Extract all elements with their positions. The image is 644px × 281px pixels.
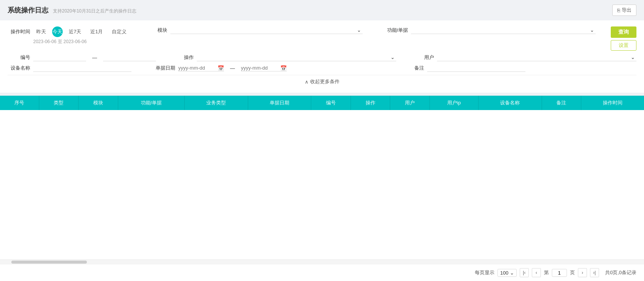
col-user-ip: 用户ip [429,96,478,110]
export-icon: ⎘ [617,8,620,13]
scrollbar-thumb[interactable] [11,261,87,264]
collapse-label: 收起更多条件 [310,78,340,85]
device-label: 设备名称 [8,65,30,71]
operation-select[interactable]: ⌄ [197,54,396,61]
user-select[interactable]: ⌄ [437,54,636,61]
last-page-button[interactable]: ›| [590,268,599,277]
col-function: 功能/单据 [118,96,184,110]
total-info: 共0页,0条记录 [605,269,636,276]
time-range: 2023-06-06 至 2023-06-06 [33,39,86,44]
page-size-chevron-icon: ⌄ [510,270,514,276]
remark-input[interactable] [427,64,525,72]
device-input[interactable] [33,64,131,72]
col-user: 用户 [390,96,429,110]
code-label: 编号 [8,54,30,61]
prev-page-button[interactable]: ‹ [532,268,541,277]
filter-area: 操作时间 昨天 今天 近7天 近1月 自定义 2023-06-06 至 2023… [0,20,644,93]
empty-area [0,110,644,254]
doc-date-end-input[interactable] [241,65,279,71]
user-label: 用户 [411,54,434,61]
function-chevron-icon: ⌄ [590,27,594,33]
col-module: 模块 [79,96,118,110]
time-label: 操作时间 [8,28,30,35]
data-table: 序号 类型 模块 功能/单据 业务类型 单据日期 编号 操作 用户 用户ip 设… [0,96,644,110]
module-chevron-icon: ⌄ [357,27,361,33]
page-title: 系统操作日志 [8,6,48,15]
calendar-end-icon[interactable]: 📅 [280,65,287,71]
pagination-bar: 每页显示 100 ⌄ |‹ ‹ 第 页 › ›| 共0页,0条记录 [0,264,644,281]
action-buttons: 查询 设置 [611,26,636,51]
operation-label: 操作 [171,54,194,61]
page-size-value: 100 [500,270,508,276]
remark-label: 备注 [402,65,424,71]
operation-chevron-icon: ⌄ [391,54,395,60]
calendar-start-icon[interactable]: 📅 [218,65,224,71]
query-button[interactable]: 查询 [611,26,636,38]
page-subtitle: 支持2020年10月31日之后产生的操作日志 [53,8,136,14]
doc-date-end-wrap: 📅 [241,65,287,71]
col-seq: 序号 [0,96,39,110]
col-biz-type: 业务类型 [185,96,248,110]
custom-btn[interactable]: 自定义 [109,28,130,36]
per-page-label: 每页显示 [475,269,494,276]
collapse-arrow-icon: ∧ [305,79,309,85]
export-button[interactable]: ⎘ 导出 [612,5,636,16]
col-code: 编号 [311,96,351,110]
1month-btn[interactable]: 近1月 [87,28,106,36]
next-page-button[interactable]: › [578,268,587,277]
doc-date-label: 单据日期 [151,65,175,71]
today-btn[interactable]: 今天 [52,26,63,37]
function-select[interactable]: ⌄ [411,26,596,34]
col-device: 设备名称 [478,96,542,110]
code-input-end[interactable] [103,54,156,61]
7days-btn[interactable]: 近7天 [66,28,84,36]
table-container: 序号 类型 模块 功能/单据 业务类型 单据日期 编号 操作 用户 用户ip 设… [0,96,644,259]
table-header-row: 序号 类型 模块 功能/单据 业务类型 单据日期 编号 操作 用户 用户ip 设… [0,96,644,110]
col-remark: 备注 [542,96,581,110]
current-page-input[interactable] [552,269,567,277]
settings-button[interactable]: 设置 [611,40,636,51]
page-size-select[interactable]: 100 ⌄ [497,269,517,277]
code-input-start[interactable] [33,54,86,61]
export-label: 导出 [622,7,632,14]
col-op-time: 操作时间 [581,96,644,110]
module-label: 模块 [145,27,167,34]
yesterday-btn[interactable]: 昨天 [33,28,49,36]
function-label: 功能/单据 [378,27,408,34]
page-prefix-label: 第 [544,269,549,276]
time-buttons: 昨天 今天 近7天 近1月 自定义 [33,26,130,37]
page-suffix-label: 页 [570,269,575,276]
date-dash: — [227,65,238,71]
collapse-button[interactable]: ∧ 收起更多条件 [305,78,340,85]
col-doc-date: 单据日期 [248,96,311,110]
col-operation: 操作 [351,96,390,110]
module-select[interactable]: ⌄ [170,26,363,34]
doc-date-start-wrap: 📅 [178,65,224,71]
first-page-button[interactable]: |‹ [520,268,529,277]
doc-date-start-input[interactable] [178,65,216,71]
col-type: 类型 [39,96,78,110]
user-chevron-icon: ⌄ [631,54,635,60]
horizontal-scrollbar[interactable] [0,259,644,264]
code-dash: — [89,55,100,61]
collapse-bar: ∧ 收起更多条件 [8,75,636,87]
